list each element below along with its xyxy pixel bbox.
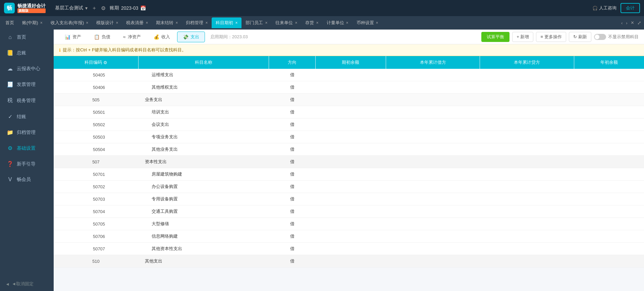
support-button[interactable]: 🎧 人工咨询	[592, 5, 616, 11]
table-row[interactable]: 50701房屋建筑物购建借	[54, 168, 644, 181]
tab-report-close[interactable]: ×	[86, 20, 88, 25]
cell-ytd-debit	[386, 118, 480, 131]
company-selector[interactable]: 基层工会测试 ▾	[55, 5, 88, 11]
tab-prev-icon[interactable]: ‹	[620, 19, 624, 27]
tab-archive-close[interactable]: ×	[205, 20, 208, 25]
asset-icon: 📊	[65, 34, 70, 40]
table-row[interactable]: 50707其他资本性支出借	[54, 243, 644, 255]
disable-toggle[interactable]	[594, 34, 606, 40]
col-direction: 方向	[269, 56, 316, 69]
table-row[interactable]: 50702办公设备购置借	[54, 181, 644, 193]
cell-direction: 借	[269, 193, 316, 205]
tab-next-icon[interactable]: ›	[625, 19, 629, 27]
tab-dept-close[interactable]: ×	[265, 20, 267, 25]
cell-code: 50405	[54, 69, 138, 81]
sidebar-item-cloud-report[interactable]: ☁ 云报表中心	[0, 61, 54, 77]
sidebar-item-settle[interactable]: ✓ 结账	[0, 109, 54, 125]
sub-tab-liability[interactable]: 📋 负债	[88, 32, 116, 42]
cell-year-opening	[574, 118, 644, 131]
tab-period-end-close[interactable]: ×	[175, 20, 178, 25]
sub-tab-equity[interactable]: ≈ 净资产	[117, 32, 147, 42]
table-row[interactable]: 510其他支出借	[54, 255, 644, 268]
cell-name: 培训支出	[138, 106, 269, 118]
sidebar-item-archive[interactable]: 📁 归档管理	[0, 125, 54, 140]
table-row[interactable]: 50705大型修缮借	[54, 218, 644, 230]
add-company-button[interactable]: ＋	[92, 5, 97, 12]
invoice-icon: 🧾	[7, 81, 13, 88]
tab-inventory-close[interactable]: ×	[316, 20, 318, 25]
tab-dept[interactable]: 部门员工 ×	[241, 17, 271, 28]
refresh-button[interactable]: ↻ 刷新	[569, 32, 591, 42]
table-row[interactable]: 50704交通工具购置借	[54, 205, 644, 218]
new-button[interactable]: + 新增	[512, 32, 533, 42]
tab-template-close[interactable]: ×	[116, 20, 118, 25]
cell-ytd-credit	[480, 230, 574, 243]
table-row[interactable]: 50703专用设备购置借	[54, 193, 644, 205]
table-row[interactable]: 50501培训支出借	[54, 106, 644, 118]
cell-code: 50701	[54, 168, 138, 181]
tab-subject-initial[interactable]: 科目期初 ×	[212, 17, 241, 28]
tab-unit-close[interactable]: ×	[346, 20, 348, 25]
table-row[interactable]: 50406其他维权支出借	[54, 81, 644, 94]
cell-code: 50702	[54, 181, 138, 193]
table-row[interactable]: 50504其他业务支出借	[54, 143, 644, 156]
cell-year-opening	[574, 181, 644, 193]
table-row[interactable]: 505业务支出借	[54, 94, 644, 106]
tab-contact-close[interactable]: ×	[295, 20, 297, 25]
table-row[interactable]: 50405运维维支出借	[54, 69, 644, 81]
cell-code: 50703	[54, 193, 138, 205]
sidebar-item-settings[interactable]: ⚙ 基础设置	[0, 140, 54, 156]
cell-direction: 借	[269, 156, 316, 168]
tab-report[interactable]: 收入支出表(年报) ×	[47, 17, 93, 28]
tab-currency-label: 币种设置	[357, 20, 374, 26]
member-icon: V	[7, 177, 13, 183]
tab-ledger-close[interactable]: ×	[40, 20, 43, 25]
tab-contact[interactable]: 往来单位 ×	[271, 17, 301, 28]
tab-close-all-icon[interactable]: ×	[630, 18, 635, 27]
sidebar-item-invoice[interactable]: 🧾 发票管理	[0, 77, 54, 92]
cell-year-opening	[574, 218, 644, 230]
sidebar-item-home[interactable]: ⌂ 首页	[0, 30, 54, 45]
sidebar-item-member[interactable]: V 畅会员	[0, 172, 54, 187]
tab-archive[interactable]: 归档管理 ×	[182, 17, 212, 28]
account-button[interactable]: 会计	[621, 3, 640, 13]
tab-unit[interactable]: 计量单位 ×	[323, 17, 353, 28]
calc-balance-button[interactable]: 试算平衡	[481, 32, 509, 42]
settings-icon[interactable]: ⚙	[101, 5, 106, 11]
sub-tab-income[interactable]: 💰 收入	[148, 32, 176, 42]
tab-tax[interactable]: 税表清册 ×	[122, 17, 152, 28]
tab-subject-initial-close[interactable]: ×	[235, 20, 237, 25]
tab-currency[interactable]: 币种设置 ×	[353, 17, 382, 28]
tab-template[interactable]: 模版设计 ×	[92, 17, 122, 28]
tab-period-end[interactable]: 期末结转 ×	[152, 17, 182, 28]
cell-code: 50501	[54, 106, 138, 118]
cell-ytd-debit	[386, 94, 480, 106]
sidebar-collapse-button[interactable]: ◄ ◄取消固定	[0, 277, 54, 291]
tab-ledger[interactable]: 账(中期) ×	[18, 17, 47, 28]
cell-year-opening	[574, 193, 644, 205]
cell-code: 50504	[54, 143, 138, 156]
more-operations-button[interactable]: ≡ 更多操作	[536, 32, 566, 42]
sidebar-item-tax[interactable]: 税 税务管理	[0, 92, 54, 109]
table-row[interactable]: 50502会议支出借	[54, 118, 644, 131]
col-code-settings-icon[interactable]: ⚙	[103, 60, 107, 65]
tab-inventory[interactable]: 存货 ×	[301, 17, 322, 28]
tab-currency-close[interactable]: ×	[376, 20, 378, 25]
tab-expand-icon[interactable]: ⤢	[636, 19, 643, 27]
sidebar-item-guide[interactable]: ❓ 新手引导	[0, 156, 54, 172]
sub-tab-expense[interactable]: 💸 支出	[177, 32, 205, 42]
table-row[interactable]: 50706信息网络购建借	[54, 230, 644, 243]
tab-home[interactable]: 首页	[1, 17, 18, 28]
tab-ledger-label: 账(中期)	[22, 20, 38, 26]
sub-tab-asset[interactable]: 📊 资产	[59, 32, 87, 42]
tab-template-label: 模版设计	[96, 20, 114, 26]
sidebar-item-general-ledger[interactable]: 📒 总账	[0, 45, 54, 61]
sidebar-settle-label: 结账	[17, 114, 26, 120]
table-row[interactable]: 507资本性支出借	[54, 156, 644, 168]
tab-tax-close[interactable]: ×	[146, 20, 148, 25]
col-code-label: 科目编码	[85, 59, 102, 65]
table-row[interactable]: 50503专项业务支出借	[54, 131, 644, 143]
cell-year-opening	[574, 106, 644, 118]
calendar-icon[interactable]: 📅	[140, 5, 146, 11]
cell-year-opening	[574, 81, 644, 94]
